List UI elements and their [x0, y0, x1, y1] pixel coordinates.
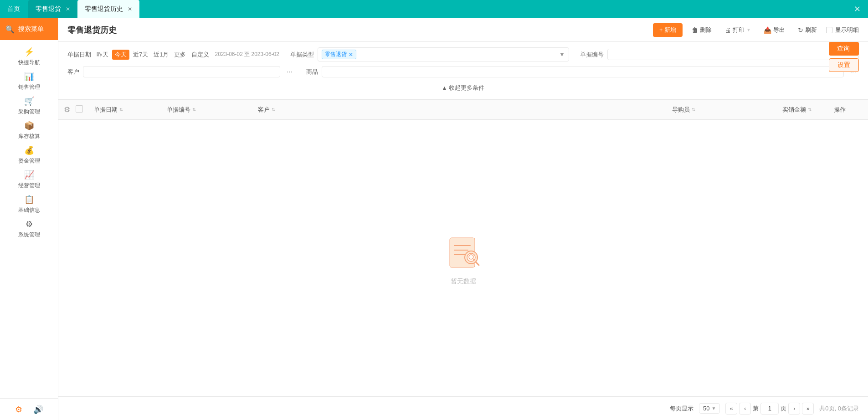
filter-customer: 客户 ··· — [67, 66, 295, 77]
filter-row-1: 单据日期 昨天 今天 近7天 近1月 更多 自定义 2023-06-02 至 2… — [67, 47, 859, 61]
select-all-checkbox[interactable] — [76, 105, 83, 113]
customer-ellipsis[interactable]: ··· — [284, 68, 295, 76]
next-page-button[interactable]: › — [788, 403, 800, 415]
doc-date-label: 单据日期 — [67, 51, 91, 59]
th-customer[interactable]: 客户 ⇅ — [252, 106, 667, 114]
doc-type-label: 单据类型 — [290, 51, 314, 59]
search-icon: 🔍 — [5, 25, 15, 34]
sort-guide: ⇅ — [692, 107, 695, 112]
purchase-icon: 🛒 — [24, 96, 34, 106]
sidebar-item-label: 快捷导航 — [18, 59, 40, 67]
shortcut-yesterday[interactable]: 昨天 — [95, 50, 110, 60]
doc-type-dropdown-arrow: ▼ — [559, 51, 565, 58]
doc-num-input[interactable] — [607, 49, 859, 60]
th-actual-amount[interactable]: 实销金额 ⇅ — [749, 106, 817, 114]
doc-type-tag-close[interactable]: ✕ — [349, 51, 353, 58]
sort-actual-amount: ⇅ — [808, 107, 812, 112]
header-actions: + 新增 🗑 删除 🖨 打印 ▼ 📤 导出 ↻ 刷新 — [653, 23, 859, 37]
settings-icon[interactable]: ⚙ — [15, 405, 22, 415]
refresh-icon: ↻ — [798, 26, 803, 34]
settings-button[interactable]: 设置 — [829, 58, 859, 72]
quick-nav-icon: ⚡ — [24, 47, 34, 57]
export-icon: 📤 — [764, 26, 771, 34]
print-dropdown-icon: ▼ — [746, 27, 751, 32]
page-size-select[interactable]: 50 ▼ — [699, 403, 720, 414]
sidebar-item-label: 采购管理 — [18, 108, 40, 116]
th-guide[interactable]: 导购员 ⇅ — [667, 106, 749, 114]
total-info: 共0页, 0条记录 — [819, 405, 859, 413]
shortcut-more[interactable]: 更多 — [172, 50, 188, 60]
collapse-icon: ▲ — [442, 85, 447, 91]
collapse-button[interactable]: ▲ 收起更多条件 — [67, 82, 859, 94]
tab-retail-return-history[interactable]: 零售退货历史 ✕ — [77, 0, 139, 18]
fund-icon: 💰 — [24, 145, 34, 155]
operation-icon: 📈 — [24, 170, 34, 180]
shortcut-7days[interactable]: 近7天 — [131, 50, 150, 60]
last-page-button[interactable]: » — [802, 403, 814, 415]
shortcut-custom[interactable]: 自定义 — [190, 50, 211, 60]
page-input-group: 第 页 — [753, 403, 786, 415]
sidebar-search-label: 搜索菜单 — [18, 25, 44, 33]
page-size-arrow: ▼ — [711, 406, 716, 411]
sidebar-search-button[interactable]: 🔍 搜索菜单 — [0, 18, 58, 40]
system-icon: ⚙ — [26, 219, 33, 229]
sidebar-item-system-mgmt[interactable]: ⚙ 系统管理 — [2, 217, 56, 241]
filter-area: 单据日期 昨天 今天 近7天 近1月 更多 自定义 2023-06-02 至 2… — [58, 42, 868, 100]
doc-num-label: 单据编号 — [580, 51, 604, 59]
display-detail-checkbox[interactable] — [826, 27, 832, 33]
sidebar-item-label: 基础信息 — [18, 206, 40, 214]
filter-doc-type: 单据类型 零售退货 ✕ ▼ — [290, 47, 569, 61]
export-button[interactable]: 📤 导出 — [760, 24, 789, 36]
first-page-button[interactable]: « — [725, 403, 737, 415]
print-button[interactable]: 🖨 打印 ▼ — [721, 24, 755, 36]
basic-info-icon: 📋 — [24, 195, 34, 205]
filter-goods: 商品 ··· — [306, 66, 859, 77]
window-close-icon[interactable]: ✕ — [854, 4, 861, 14]
delete-button[interactable]: 🗑 删除 — [688, 24, 715, 36]
empty-state: 暂无数据 — [58, 120, 868, 396]
empty-illustration — [441, 231, 486, 272]
goods-input[interactable] — [322, 66, 844, 77]
new-button[interactable]: + 新增 — [653, 23, 683, 37]
page-number-input[interactable] — [760, 403, 779, 415]
table-config-icon[interactable]: ⚙ — [64, 105, 70, 114]
pagination-bar: 每页显示 50 ▼ « ‹ 第 页 › » 共0页, 0条记录 — [58, 396, 868, 420]
doc-type-dropdown[interactable]: 零售退货 ✕ ▼ — [318, 47, 569, 61]
sales-icon: 📊 — [24, 72, 34, 82]
th-doc-date[interactable]: 单据日期 ⇅ — [88, 106, 161, 114]
tab-bar: 首页 零售退货 ✕ 零售退货历史 ✕ ✕ — [0, 0, 868, 18]
sidebar-item-basic-info[interactable]: 📋 基础信息 — [2, 192, 56, 216]
sidebar-item-purchase-mgmt[interactable]: 🛒 采购管理 — [2, 94, 56, 118]
refresh-button[interactable]: ↻ 刷新 — [794, 24, 821, 36]
page-label-after: 页 — [781, 405, 786, 413]
sidebar-item-label: 经营管理 — [18, 182, 40, 190]
sort-doc-num: ⇅ — [192, 107, 196, 112]
shortcut-1month[interactable]: 近1月 — [152, 50, 170, 60]
tab-home[interactable]: 首页 — [0, 0, 27, 18]
tab-retail-return-close[interactable]: ✕ — [66, 6, 70, 12]
th-doc-num[interactable]: 单据编号 ⇅ — [161, 106, 252, 114]
tab-retail-return[interactable]: 零售退货 ✕ — [28, 0, 77, 18]
table-container: ⚙ 单据日期 ⇅ 单据编号 ⇅ 客户 ⇅ — [58, 100, 868, 396]
delete-icon: 🗑 — [692, 26, 698, 34]
customer-input[interactable] — [83, 66, 280, 77]
sidebar-item-fund-mgmt[interactable]: 💰 资金管理 — [2, 143, 56, 167]
sidebar-item-label: 系统管理 — [18, 231, 40, 239]
prev-page-button[interactable]: ‹ — [739, 403, 751, 415]
customer-label: 客户 — [67, 68, 79, 76]
table-checkbox-all[interactable] — [76, 105, 83, 114]
sidebar-item-inventory-check[interactable]: 📦 库存核算 — [2, 118, 56, 142]
sidebar-item-sales-mgmt[interactable]: 📊 销售管理 — [2, 69, 56, 93]
volume-icon[interactable]: 🔊 — [33, 405, 43, 415]
search-button[interactable]: 查询 — [829, 42, 859, 56]
sidebar-item-quick-nav[interactable]: ⚡ 快捷导航 — [2, 45, 56, 68]
sidebar-bottom: ⚙ 🔊 — [0, 398, 58, 420]
tab-retail-return-history-close[interactable]: ✕ — [128, 6, 132, 12]
filter-doc-num: 单据编号 — [580, 49, 859, 60]
content-area: 零售退货历史 + 新增 🗑 删除 🖨 打印 ▼ 📤 导出 — [58, 18, 868, 420]
shortcut-today[interactable]: 今天 — [112, 50, 129, 60]
date-range-value: 2023-06-02 至 2023-06-02 — [215, 51, 279, 58]
page-title: 零售退货历史 — [67, 25, 653, 36]
display-detail-toggle[interactable]: 显示明细 — [826, 26, 859, 34]
sidebar-item-operation-mgmt[interactable]: 📈 经营管理 — [2, 168, 56, 191]
